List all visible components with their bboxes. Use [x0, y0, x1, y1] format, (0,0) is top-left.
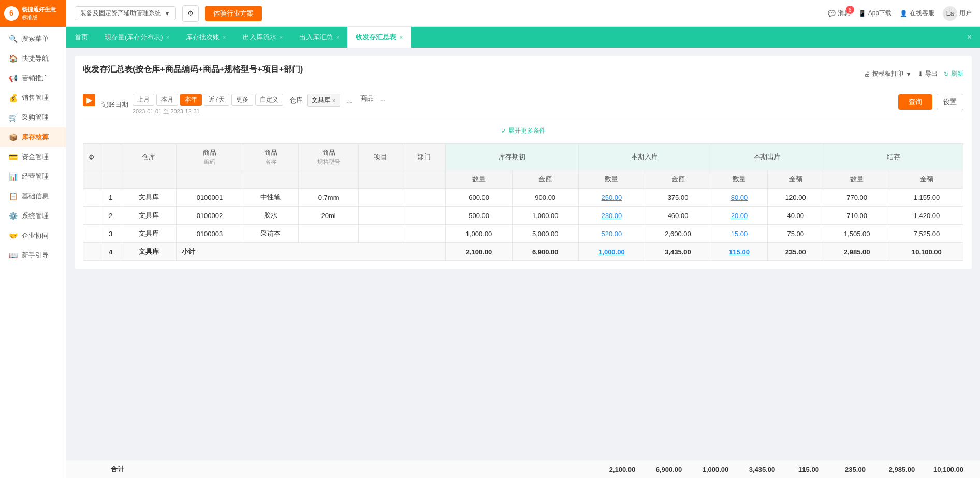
- cell-closing-qty: 1,505.00: [824, 225, 890, 243]
- cell-no: 1: [100, 189, 121, 207]
- th-opening-amt: 金额: [512, 170, 578, 189]
- tab-close-icon[interactable]: ×: [399, 34, 402, 40]
- settings-icon-btn[interactable]: ⚙: [182, 5, 199, 22]
- subtotal-in-qty-link[interactable]: 1,000.00: [598, 248, 625, 256]
- sidebar-item-inventory[interactable]: 📦 库存核算: [0, 127, 66, 147]
- th-settings: ⚙: [83, 144, 100, 170]
- close-all-tabs-btn[interactable]: ×: [959, 33, 980, 42]
- system-selector[interactable]: 装备及固定资产辅助管理系统 ▼: [75, 6, 176, 20]
- sidebar-item-basic[interactable]: 📋 基础信息: [0, 186, 66, 206]
- sidebar-item-cooperation[interactable]: 🤝 企业协同: [0, 226, 66, 245]
- print-btn[interactable]: 🖨 按模板打印 ▼: [864, 69, 912, 78]
- cell-out-amt: 75.00: [767, 225, 824, 243]
- sidebar-item-purchase[interactable]: 🛒 采购管理: [0, 108, 66, 127]
- footer-opening-qty: 2,100.00: [599, 466, 646, 473]
- cell-opening-amt: 5,000.00: [512, 225, 578, 243]
- refresh-icon: ↻: [944, 70, 949, 78]
- tab-inout-flow[interactable]: 出入库流水 ×: [235, 27, 291, 48]
- tab-inout-summary[interactable]: 出入库汇总 ×: [291, 27, 347, 48]
- app-download-btn[interactable]: 📱 App下载: [858, 9, 891, 18]
- export-icon: ⬇: [918, 70, 923, 78]
- sidebar-item-sales[interactable]: 💰 销售管理: [0, 88, 66, 108]
- date-btn-custom[interactable]: 自定义: [255, 94, 283, 106]
- out-qty-link[interactable]: 20.00: [731, 212, 748, 220]
- out-qty-link[interactable]: 15.00: [731, 230, 748, 238]
- sidebar-item-search[interactable]: 🔍 搜索菜单: [0, 29, 66, 49]
- warehouse-more-btn[interactable]: ...: [344, 96, 354, 104]
- sidebar-item-capital[interactable]: 💳 资金管理: [0, 147, 66, 167]
- export-btn[interactable]: ⬇ 导出: [918, 69, 938, 78]
- cell-project: [359, 225, 402, 243]
- tab-home[interactable]: 首页: [66, 27, 96, 48]
- cell-closing-amt: 7,525.00: [890, 225, 963, 243]
- cell-opening-amt: 1,000.00: [512, 207, 578, 225]
- filter-expand-btn[interactable]: ▶: [83, 94, 95, 106]
- messages-btn[interactable]: 💬 消息 6: [828, 9, 850, 18]
- subtotal-out-qty-link[interactable]: 115.00: [729, 248, 750, 256]
- date-btn-this-month[interactable]: 本月: [156, 94, 178, 106]
- chevron-icon: ▼: [905, 70, 912, 78]
- expand-more-btn[interactable]: ✓ 展开更多条件: [497, 124, 550, 137]
- out-qty-link[interactable]: 80.00: [731, 194, 748, 201]
- cell-settings: [83, 207, 100, 225]
- th-goods-name: 商品名称: [243, 144, 298, 170]
- date-btn-7days[interactable]: 近7天: [204, 94, 229, 106]
- cell-closing-qty: 710.00: [824, 207, 890, 225]
- user-btn[interactable]: Ea 用户: [943, 6, 972, 21]
- online-service-btn[interactable]: 👤 在线客服: [900, 9, 934, 18]
- th-warehouse: 仓库: [121, 144, 177, 170]
- th-department: 部门: [402, 144, 446, 170]
- date-btn-last-month[interactable]: 上月: [133, 94, 154, 106]
- sidebar-item-system[interactable]: ⚙️ 系统管理: [0, 206, 66, 226]
- sidebar-item-operation[interactable]: 📊 经营管理: [0, 167, 66, 186]
- sidebar-item-label: 销售管理: [22, 93, 49, 103]
- cell-closing-amt: 1,155.00: [890, 189, 963, 207]
- tab-recv-send-summary[interactable]: 收发存汇总表 ×: [347, 27, 411, 48]
- sidebar-item-marketing[interactable]: 📢 营销推广: [0, 68, 66, 88]
- th-in-amt: 金额: [645, 170, 711, 189]
- tab-close-icon[interactable]: ×: [166, 34, 169, 40]
- th-opening-qty: 数量: [446, 170, 512, 189]
- cell-goods-name: 胶水: [243, 207, 298, 225]
- tab-close-icon[interactable]: ×: [223, 34, 226, 40]
- sidebar-item-guide[interactable]: 📖 新手引导: [0, 245, 66, 265]
- tab-close-icon[interactable]: ×: [336, 34, 339, 40]
- cooperation-icon: 🤝: [8, 231, 18, 240]
- sidebar-item-label: 新手引导: [22, 251, 49, 260]
- subtotal-warehouse: 文具库: [121, 243, 177, 261]
- subtotal-in-amt: 3,435.00: [645, 243, 711, 261]
- page-title: 收发存汇总表(按仓库+商品编码+商品+规格型号+项目+部门): [83, 64, 303, 75]
- sidebar-item-quick-nav[interactable]: 🏠 快捷导航: [0, 49, 66, 68]
- in-qty-link[interactable]: 520.00: [601, 230, 622, 238]
- in-qty-link[interactable]: 250.00: [601, 194, 622, 201]
- th-closing-amt: 金额: [890, 170, 963, 189]
- th-out-amt: 金额: [767, 170, 824, 189]
- refresh-btn[interactable]: ↻ 刷新: [944, 69, 963, 78]
- sidebar-item-label: 搜索菜单: [22, 34, 49, 44]
- sidebar-item-label: 系统管理: [22, 211, 49, 221]
- tab-batch-account[interactable]: 库存批次账 ×: [178, 27, 234, 48]
- th-no: [100, 144, 121, 170]
- date-btn-this-year[interactable]: 本年: [180, 94, 202, 106]
- download-icon: 📱: [858, 10, 866, 17]
- cell-opening-qty: 500.00: [446, 207, 512, 225]
- in-qty-link[interactable]: 230.00: [601, 212, 622, 220]
- date-btn-more[interactable]: 更多: [231, 94, 253, 106]
- warehouse-filter-group: 仓库 文具库 × ...: [289, 94, 354, 107]
- subtotal-opening-amt: 6,900.00: [512, 243, 578, 261]
- warehouse-tag-close-icon[interactable]: ×: [332, 97, 335, 104]
- th-name-sub: [243, 170, 298, 189]
- cell-goods-spec: 0.7mm: [298, 189, 358, 207]
- tab-close-icon[interactable]: ×: [280, 34, 283, 40]
- messages-badge: 6: [846, 6, 854, 14]
- app-logo: 6 畅捷通好生意 标准版: [0, 0, 66, 27]
- th-dept-sub: [402, 170, 446, 189]
- experience-button[interactable]: 体验行业方案: [205, 6, 262, 21]
- th-settings-sub: [83, 170, 100, 189]
- date-filter-label: 记账日期: [101, 100, 128, 109]
- goods-more-btn[interactable]: ...: [378, 95, 388, 103]
- settings-button[interactable]: 设置: [937, 94, 963, 110]
- tab-inventory-dist[interactable]: 现存量(库存分布表) ×: [96, 27, 178, 48]
- th-in-qty: 数量: [578, 170, 645, 189]
- query-button[interactable]: 查询: [898, 94, 932, 110]
